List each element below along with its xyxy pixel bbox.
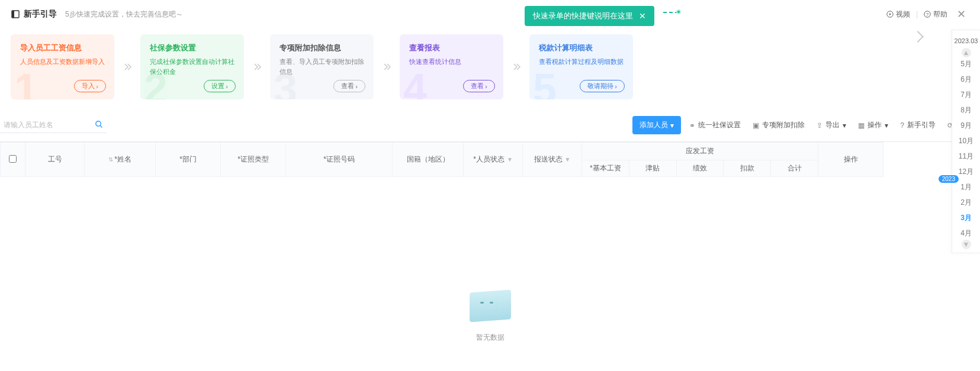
- scroll-down-icon[interactable]: ▼: [962, 240, 971, 249]
- step-title: 查看报表: [409, 43, 494, 53]
- svg-text:?: ?: [926, 12, 929, 17]
- step-card-social: 社保参数设置 完成社保参数设置自动计算社保公积金 2 设置›: [140, 34, 244, 99]
- step-number: 3: [274, 67, 297, 99]
- col-allowance[interactable]: 津贴: [629, 160, 676, 177]
- chevron-right-icon: ›: [615, 83, 617, 90]
- month-item[interactable]: 4月: [952, 227, 980, 240]
- chevron-right-icon: ›: [96, 83, 98, 90]
- help-link[interactable]: ? 帮助: [924, 9, 947, 20]
- guide-title-text: 新手引导: [24, 9, 57, 20]
- search-input[interactable]: [4, 121, 95, 129]
- play-icon: [886, 11, 894, 18]
- step-card-import: 导入员工工资信息 人员信息及工资数据新增导入 1 导入›: [11, 34, 114, 99]
- col-nation[interactable]: 国籍（地区）: [393, 143, 464, 177]
- header-right: 视频 | ? 帮助 ✕: [886, 8, 969, 21]
- step-title: 税款计算明细表: [539, 43, 624, 53]
- step-title: 社保参数设置: [150, 43, 234, 53]
- col-total[interactable]: 合计: [771, 160, 818, 177]
- double-chevron-icon: [512, 62, 521, 72]
- special-deduction-button[interactable]: ▣ 专项附加扣除: [749, 117, 808, 134]
- chevron-down-icon: ▾: [843, 121, 846, 130]
- search-box: [0, 118, 107, 133]
- operate-button[interactable]: ▦ 操作 ▾: [854, 117, 892, 134]
- view-button[interactable]: 查看›: [333, 80, 365, 92]
- month-item[interactable]: 7月: [952, 88, 980, 101]
- social-settings-button[interactable]: ⚭ 统一社保设置: [686, 117, 744, 134]
- step-number: 1: [14, 67, 38, 99]
- date-panel: 2023.03 ▲ 5月6月7月8月9月10月11月12月1月2月3月4月 ▼: [952, 30, 980, 253]
- month-item[interactable]: 9月: [952, 119, 980, 132]
- chevron-right-icon: ›: [485, 83, 487, 90]
- empty-state: 暂无数据: [0, 177, 980, 343]
- step-separator: [250, 34, 264, 99]
- settings-button[interactable]: 设置›: [204, 80, 236, 92]
- month-item[interactable]: 8月: [952, 104, 980, 117]
- import-button[interactable]: 导入›: [74, 80, 106, 92]
- month-item[interactable]: 3月: [952, 211, 980, 224]
- col-cert-no[interactable]: *证照号码: [286, 143, 393, 177]
- step-card-tax: 税款计算明细表 查看税款计算过程及明细数据 5 敬请期待›: [529, 34, 633, 99]
- step-number: 2: [144, 67, 168, 99]
- help-icon: ?: [924, 11, 931, 18]
- steps-row: 导入员工工资信息 人员信息及工资数据新增导入 1 导入› 社保参数设置 完成社保…: [0, 28, 980, 111]
- filter-icon[interactable]: ▼: [507, 156, 513, 163]
- year-badge: 2023: [939, 175, 959, 183]
- coming-soon-button[interactable]: 敬请期待›: [580, 80, 625, 92]
- close-icon[interactable]: ✕: [953, 8, 969, 21]
- step-separator: [380, 34, 394, 99]
- chevron-down-icon: ▾: [670, 121, 674, 130]
- step-card-reports: 查看报表 快速查看统计信息 4 查看›: [400, 34, 503, 99]
- divider: |: [916, 10, 918, 18]
- toolbar: 添加人员 ▾ ⚭ 统一社保设置 ▣ 专项附加扣除 ⇪ 导出 ▾ ▦ 操作 ▾ ?…: [0, 111, 980, 141]
- col-status[interactable]: *人员状态▼: [464, 143, 523, 177]
- data-table: 工号 ⇅*姓名 *部门 *证照类型 *证照号码 国籍（地区） *人员状态▼ 报送…: [0, 141, 980, 343]
- col-id[interactable]: 工号: [25, 143, 85, 177]
- col-base-pay[interactable]: *基本工资: [582, 160, 629, 177]
- add-person-button[interactable]: 添加人员 ▾: [632, 116, 681, 134]
- scan-icon: ▣: [753, 121, 759, 130]
- view-button[interactable]: 查看›: [463, 80, 495, 92]
- scroll-up-icon[interactable]: ▲: [962, 48, 971, 57]
- date-year-label: 2023.03: [955, 34, 978, 48]
- toast-pointer-dot: [676, 9, 681, 14]
- month-item[interactable]: 2月: [952, 196, 980, 209]
- month-item[interactable]: 10月: [952, 134, 980, 147]
- col-name[interactable]: ⇅*姓名: [85, 143, 156, 177]
- filter-icon[interactable]: ▼: [565, 156, 571, 163]
- video-link[interactable]: 视频: [886, 9, 910, 20]
- guide-button[interactable]: ? 新手引导: [897, 117, 939, 134]
- select-all-checkbox[interactable]: [9, 155, 17, 163]
- col-report-status[interactable]: 报送状态▼: [523, 143, 582, 177]
- month-item[interactable]: 11月: [952, 150, 980, 163]
- step-number: 5: [533, 67, 557, 99]
- col-cert-type[interactable]: *证照类型: [221, 143, 286, 177]
- col-dept[interactable]: *部门: [156, 143, 221, 177]
- export-icon: ⇪: [817, 121, 822, 130]
- svg-point-5: [96, 121, 101, 125]
- month-item[interactable]: 6月: [952, 73, 980, 86]
- double-chevron-icon: [252, 62, 262, 72]
- chevron-right-icon: ›: [226, 83, 228, 90]
- col-checkbox: [1, 143, 25, 177]
- col-performance[interactable]: 绩效: [676, 160, 724, 177]
- col-deduction[interactable]: 扣款: [724, 160, 771, 177]
- step-title: 导入员工工资信息: [20, 43, 105, 53]
- sort-icon: ⇅: [108, 156, 113, 163]
- search-icon[interactable]: [95, 120, 103, 130]
- svg-rect-1: [12, 11, 14, 18]
- step-separator: [509, 34, 523, 99]
- export-button[interactable]: ⇪ 导出 ▾: [813, 117, 850, 134]
- guide-title: 新手引导: [11, 9, 57, 20]
- toast-close-icon[interactable]: ✕: [639, 11, 646, 21]
- month-list: 5月6月7月8月9月10月11月12月1月2月3月4月: [952, 57, 980, 240]
- step-separator: [120, 34, 134, 99]
- col-operate: 操作: [818, 143, 883, 177]
- guide-header: 新手引导 5步快速完成设置，快去完善信息吧～ 快速录单的快捷键说明在这里 ✕ 视…: [0, 0, 980, 28]
- people-icon: ⚭: [689, 121, 695, 130]
- step-title: 专项附加扣除信息: [279, 43, 364, 53]
- guide-subtitle: 5步快速完成设置，快去完善信息吧～: [65, 9, 183, 20]
- month-item[interactable]: 5月: [952, 57, 980, 70]
- book-icon: [11, 9, 20, 19]
- toast-text: 快速录单的快捷键说明在这里: [533, 11, 633, 21]
- double-chevron-icon: [382, 62, 391, 72]
